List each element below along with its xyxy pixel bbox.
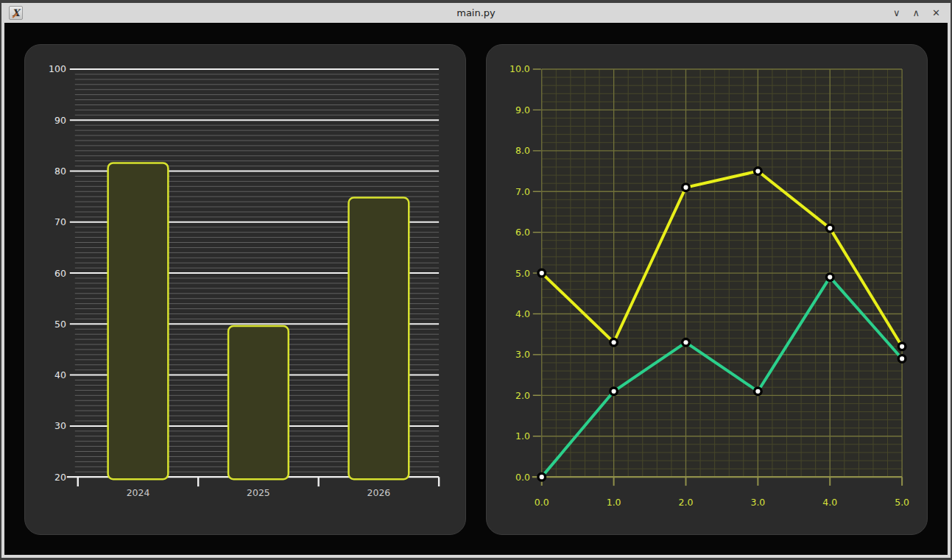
maximize-icon[interactable]: ∧ — [912, 3, 922, 23]
yellow-series-marker — [609, 338, 618, 347]
app-window: X main.py ∨ ∧ ✕ 203040506070809010020242… — [1, 3, 951, 558]
x-tick-label: 4.0 — [822, 497, 837, 508]
teal-series-marker — [753, 386, 763, 396]
x-tick-label: 0.0 — [535, 497, 549, 508]
minimize-icon[interactable]: ∨ — [892, 3, 902, 23]
yellow-series-marker — [681, 182, 691, 192]
yellow-series-marker — [825, 224, 835, 233]
x-tick-label: 1.0 — [607, 497, 621, 508]
teal-series-marker — [825, 272, 835, 282]
x-category-label: 2024 — [127, 487, 150, 498]
window-title: main.py — [4, 7, 948, 18]
x11-logo-icon: X — [12, 8, 19, 18]
y-tick-label: 50 — [54, 319, 66, 330]
teal-series-marker — [681, 338, 691, 347]
x-category-label: 2026 — [367, 487, 391, 498]
titlebar: X main.py ∨ ∧ ✕ — [4, 3, 948, 23]
y-tick-label: 8.0 — [515, 145, 530, 156]
line-chart-svg: 0.01.02.03.04.05.00.01.02.03.04.05.06.07… — [487, 45, 927, 534]
y-tick-label: 4.0 — [515, 308, 530, 319]
window-content: 2030405060708090100202420252026 0.01.02.… — [4, 23, 948, 555]
bar-chart-svg: 2030405060708090100202420252026 — [25, 45, 465, 534]
y-tick-label: 6.0 — [515, 227, 530, 238]
y-tick-label: 40 — [54, 369, 66, 380]
bar-chart-panel: 2030405060708090100202420252026 — [24, 44, 466, 535]
y-tick-label: 70 — [54, 216, 66, 227]
teal-series-marker — [898, 354, 907, 364]
yellow-series-marker — [753, 166, 763, 176]
y-tick-label: 3.0 — [515, 349, 530, 360]
y-tick-label: 0.0 — [515, 472, 530, 483]
line-chart-panel: 0.01.02.03.04.05.00.01.02.03.04.05.06.07… — [486, 44, 928, 535]
y-tick-label: 1.0 — [515, 430, 530, 442]
y-tick-label: 9.0 — [515, 104, 530, 116]
bar-2024 — [108, 163, 169, 479]
y-tick-label: 30 — [54, 420, 66, 431]
teal-series-marker — [537, 472, 546, 482]
y-tick-label: 80 — [54, 166, 66, 177]
y-tick-label: 100 — [49, 63, 66, 74]
close-icon[interactable]: ✕ — [931, 3, 942, 23]
app-icon[interactable]: X — [9, 6, 23, 20]
y-tick-label: 7.0 — [515, 186, 530, 197]
x-tick-label: 5.0 — [895, 497, 909, 508]
yellow-series-marker — [537, 269, 546, 278]
yellow-series-marker — [898, 341, 907, 351]
bar-2026 — [349, 198, 409, 480]
y-tick-label: 5.0 — [515, 268, 530, 279]
teal-series-marker — [609, 386, 618, 396]
x-tick-label: 3.0 — [750, 497, 765, 508]
bar-2025 — [228, 326, 289, 479]
y-tick-label: 20 — [54, 472, 66, 483]
y-tick-label: 90 — [54, 115, 66, 126]
x-tick-label: 2.0 — [679, 497, 694, 508]
y-tick-label: 10.0 — [510, 63, 530, 74]
y-tick-label: 60 — [54, 268, 66, 279]
x-category-label: 2025 — [247, 487, 270, 498]
window-controls: ∨ ∧ ✕ — [892, 3, 942, 23]
y-tick-label: 2.0 — [515, 390, 530, 401]
